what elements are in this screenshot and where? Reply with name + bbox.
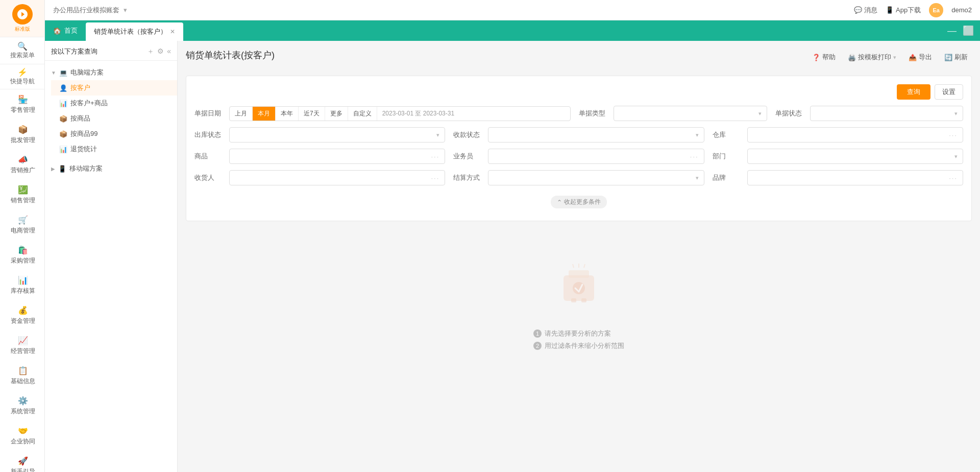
settings-scheme-icon[interactable]: ⚙ (157, 47, 164, 56)
left-panel-title: 按以下方案查询 (51, 47, 97, 56)
warehouse-select[interactable]: ··· (747, 127, 963, 143)
sidebar-item-label: 销售管理 (11, 196, 35, 205)
export-label: 导出 (919, 53, 932, 62)
filter-dept: 部门 ▾ (713, 149, 963, 164)
refresh-button[interactable]: 🔄 刷新 (940, 51, 972, 64)
help-label: 帮助 (822, 53, 836, 62)
date-this-month[interactable]: 本月 (253, 107, 276, 121)
collect-status-select[interactable]: ▾ (488, 127, 704, 143)
app-download-button[interactable]: 📱 App下载 (886, 6, 921, 15)
tree-item-by-customer-goods[interactable]: 📊 按客户+商品 (51, 96, 177, 111)
sidebar-item-system[interactable]: ⚙️ 系统管理 (0, 391, 44, 421)
date-this-year[interactable]: 本年 (276, 107, 299, 121)
filter-doc-type: 单据类型 ▾ (579, 106, 767, 121)
brand-select[interactable]: ··· (747, 170, 963, 185)
tab-minimize-icon[interactable]: — (945, 23, 959, 38)
filter-brand: 品牌 ··· (713, 170, 963, 185)
export-button[interactable]: 📤 导出 (904, 51, 936, 64)
sidebar-item-operations[interactable]: 📈 经营管理 (0, 331, 44, 361)
filter-card: 查询 设置 单据日期 上月 本月 本年 近7天 更多 自定义 (186, 76, 972, 221)
tab-sales-stats[interactable]: 销货单统计表（按客户） ✕ (86, 22, 183, 41)
app-label: App下载 (896, 6, 921, 15)
tab-close-icon[interactable]: ✕ (170, 28, 175, 35)
tree-item-return-stats[interactable]: 📊 退货统计 (51, 141, 177, 157)
dropdown-arrow-icon[interactable]: ▾ (124, 6, 127, 14)
tree-item-by-goods[interactable]: 📦 按商品 (51, 111, 177, 126)
help-icon: ❓ (812, 54, 820, 61)
print-dropdown-icon[interactable]: ▾ (893, 54, 896, 61)
retail-icon: 🏪 (18, 95, 28, 104)
sidebar-item-label: 经营管理 (11, 347, 35, 356)
sidebar-item-label: 系统管理 (11, 407, 35, 416)
tab-maximize-icon[interactable]: ⬜ (961, 23, 976, 38)
sidebar-item-label: 新手引导 (11, 467, 35, 472)
avatar[interactable]: Ea (929, 3, 943, 17)
add-scheme-icon[interactable]: ＋ (147, 47, 154, 56)
staff-select[interactable]: ··· (488, 149, 704, 164)
goods-select[interactable]: ··· (229, 149, 445, 164)
collapse-button[interactable]: ⌃ 收起更多条件 (551, 196, 607, 208)
message-button[interactable]: 💬 消息 (854, 6, 877, 15)
sidebar-item-retail[interactable]: 🏪 零售管理 (0, 89, 44, 120)
sidebar-item-label: 采购管理 (11, 256, 35, 265)
date-last7[interactable]: 近7天 (299, 107, 325, 121)
sidebar-item-marketing[interactable]: 📣 营销推广 (0, 150, 44, 180)
collapse-row: ⌃ 收起更多条件 (194, 192, 963, 213)
main-area: 办公用品行业模拟账套 ▾ 💬 消息 📱 App下载 Ea demo2 🏠 首页 … (45, 0, 980, 472)
filter-row-1: 单据日期 上月 本月 本年 近7天 更多 自定义 2023-03-01 至 20… (194, 106, 963, 121)
tree-arrow-icon: ▼ (51, 70, 56, 76)
tree-mobile-group[interactable]: ▶ 📱 移动端方案 (45, 161, 177, 176)
tab-bar: 🏠 首页 销货单统计表（按客户） ✕ — ⬜ (45, 20, 980, 41)
payment-select[interactable]: ▾ (488, 170, 704, 185)
tree-item-label: 按商品99 (70, 129, 97, 138)
tree-desktop-group[interactable]: ▼ 💻 电脑端方案 (45, 65, 177, 80)
doc-type-select[interactable]: ▾ (614, 106, 767, 121)
sidebar-item-newbie[interactable]: 🚀 新手引导 (0, 451, 44, 472)
date-more[interactable]: 更多 (325, 107, 348, 121)
sidebar-item-finance[interactable]: 💰 资金管理 (0, 300, 44, 331)
return-icon: 📊 (59, 146, 67, 153)
search-menu-button[interactable]: 🔍 搜索菜单 (0, 37, 44, 64)
query-button[interactable]: 查询 (897, 84, 930, 100)
tab-home[interactable]: 🏠 首页 (45, 20, 86, 41)
sidebar-item-inventory[interactable]: 📊 库存核算 (0, 270, 44, 300)
quick-nav-button[interactable]: ⚡ 快捷导航 (0, 64, 44, 89)
tree-desktop-items: 👤 按客户 📊 按客户+商品 📦 按商品 📦 按商品99 📊 退货 (51, 80, 177, 157)
date-custom[interactable]: 自定义 (348, 107, 377, 121)
out-status-select[interactable]: ▾ (229, 127, 445, 143)
logo-text: 标准版 (4, 26, 40, 33)
tree-desktop-label: 电脑端方案 (70, 68, 104, 77)
sidebar-item-basic[interactable]: 📋 基础信息 (0, 361, 44, 391)
help-button[interactable]: ❓ 帮助 (808, 51, 840, 64)
receiver-select[interactable]: ··· (229, 170, 445, 185)
sidebar-menu: 🏪 零售管理 📦 批发管理 📣 营销推广 💹 销售管理 🛒 电商管理 🛍️ 采购… (0, 89, 44, 472)
settings-button[interactable]: 设置 (935, 84, 963, 100)
date-last-month[interactable]: 上月 (230, 107, 253, 121)
search-menu-label: 搜索菜单 (4, 51, 40, 60)
tab-bar-actions: — ⬜ (941, 23, 980, 38)
left-panel-header: 按以下方案查询 ＋ ⚙ « (45, 47, 177, 61)
tree-item-by-customer[interactable]: 👤 按客户 (51, 80, 177, 96)
refresh-icon: 🔄 (944, 54, 952, 61)
sidebar-item-wholesale[interactable]: 📦 批发管理 (0, 120, 44, 150)
collapse-panel-icon[interactable]: « (167, 47, 171, 56)
collapse-up-icon: ⌃ (557, 199, 562, 206)
date-filter-control[interactable]: 上月 本月 本年 近7天 更多 自定义 2023-03-01 至 2023-03… (229, 106, 571, 121)
sidebar-item-corp[interactable]: 🤝 企业协同 (0, 421, 44, 451)
tree-computer-icon: 💻 (59, 69, 67, 77)
message-icon: 💬 (854, 6, 862, 14)
dept-select[interactable]: ▾ (747, 149, 963, 164)
print-button[interactable]: 🖨️ 按模板打印 ▾ (844, 51, 900, 64)
sidebar-item-ecommerce[interactable]: 🛒 电商管理 (0, 210, 44, 240)
filter-payment: 结算方式 ▾ (453, 170, 704, 185)
tip-num-1: 1 (533, 329, 542, 338)
tree-item-by-goods-99[interactable]: 📦 按商品99 (51, 126, 177, 141)
dept-arrow-icon: ▾ (954, 153, 958, 160)
export-icon: 📤 (909, 54, 917, 61)
sidebar-item-purchase[interactable]: 🛍️ 采购管理 (0, 240, 44, 270)
finance-icon: 💰 (18, 305, 28, 315)
tree-item-label: 按客户+商品 (70, 99, 108, 108)
sidebar-item-sales[interactable]: 💹 销售管理 (0, 180, 44, 210)
toolbar: ❓ 帮助 🖨️ 按模板打印 ▾ 📤 导出 🔄 刷新 (808, 51, 972, 64)
doc-status-select[interactable]: ▾ (810, 106, 964, 121)
